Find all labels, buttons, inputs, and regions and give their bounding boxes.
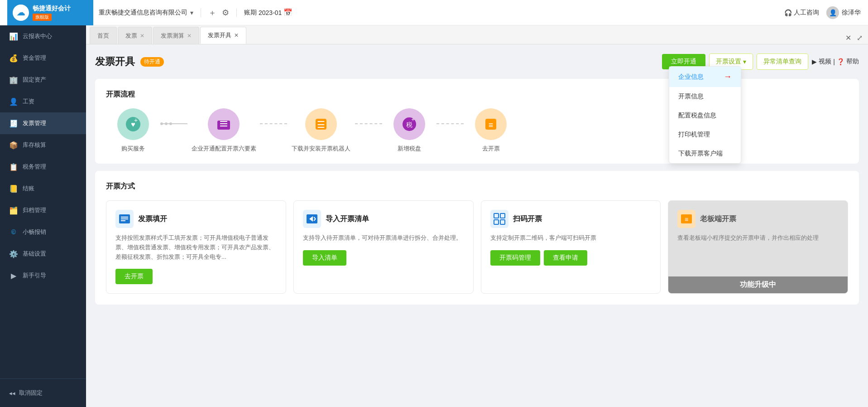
dropdown-item-taxdisk[interactable]: 配置税盘信息 xyxy=(669,106,741,125)
sep: | xyxy=(833,58,835,65)
method-card-fill: 发票填开 支持按照发票样式手工填开发票；可开具增值税电子普通发票、增值税普通发票… xyxy=(106,200,286,294)
guidang-icon: 🗂️ xyxy=(9,206,18,215)
sidebar-label-guidang: 归档管理 xyxy=(23,206,46,214)
headphone-icon: 🎧 xyxy=(784,9,792,16)
sidebar-item-kucun[interactable]: 📦 库存核算 xyxy=(0,134,86,156)
tab-home[interactable]: 首页 xyxy=(90,27,117,44)
boss-desc: 查看老板端小程序提交的开票申请，并作出相应的处理 xyxy=(677,233,839,243)
cancel-pin-label: 取消固定 xyxy=(19,389,43,397)
sidebar-item-xinshou[interactable]: ▶ 新手引导 xyxy=(0,265,86,286)
tabs-right-buttons: ✕ ⤢ xyxy=(844,32,868,44)
pin-icon: ◂◂ xyxy=(9,390,15,397)
tab-kaiju-close[interactable]: ✕ xyxy=(234,32,239,39)
jichu-icon: ⚙️ xyxy=(9,249,18,258)
sidebar-label-zijin: 资金管理 xyxy=(23,54,46,62)
period-value: 2023-01 xyxy=(259,9,282,16)
flow-step-4: 税+ 新增税盘 xyxy=(382,108,436,153)
kucun-icon: 📦 xyxy=(9,141,18,150)
download-label: 下载开票客户端 xyxy=(678,150,723,157)
tab-cesuan[interactable]: 发票测算 ✕ xyxy=(153,27,199,44)
consult-button[interactable]: 🎧 人工咨询 xyxy=(784,9,819,17)
sidebar-item-fapiao[interactable]: 🧾 发票管理 xyxy=(0,112,86,134)
scan-btn1[interactable]: 开票码管理 xyxy=(490,250,540,266)
step2-icon xyxy=(208,108,240,140)
import-header: 导入开票清单 xyxy=(303,210,464,228)
scan-title: 扫码开票 xyxy=(513,214,542,224)
svg-rect-23 xyxy=(500,213,505,218)
dropdown-arrow: ▾ xyxy=(743,58,746,65)
gongzi-icon: 👤 xyxy=(9,97,18,106)
dropdown-item-download[interactable]: 下载开票客户端 xyxy=(669,144,741,163)
sidebar-item-jiezhang[interactable]: 📒 结账 xyxy=(0,178,86,199)
top-bar: ☁ 畅捷通好会计 旗舰版 重庆畅捷交通信息咨询有限公司 ▾ ＋ ⚙ 账期 202… xyxy=(0,0,868,25)
step1-icon: ♥+ xyxy=(117,108,149,140)
abnormal-button[interactable]: 异常清单查询 xyxy=(757,53,808,70)
boss-title: 老板端开票 xyxy=(700,214,736,224)
company-name: 重庆畅捷交通信息咨询有限公司 xyxy=(99,9,187,17)
tab-fapiao-close[interactable]: ✕ xyxy=(140,33,144,39)
dropdown-item-invoice-info[interactable]: 开票信息 xyxy=(669,87,741,106)
tab-cesuan-close[interactable]: ✕ xyxy=(187,33,192,39)
sidebar-cancel-pin[interactable]: ◂◂ 取消固定 xyxy=(0,383,86,402)
connector-1 xyxy=(160,123,187,124)
company-selector[interactable]: 重庆畅捷交通信息咨询有限公司 ▾ xyxy=(99,9,193,17)
svg-rect-24 xyxy=(494,220,499,224)
dropdown-item-printer[interactable]: 打印机管理 xyxy=(669,125,741,144)
tabs-bar: 首页 发票 ✕ 发票测算 ✕ 发票开具 ✕ ✕ ⤢ xyxy=(86,25,868,44)
page-title: 发票开具 xyxy=(95,55,135,68)
sidebar-item-gudingzichan[interactable]: 🏢 固定资产 xyxy=(0,69,86,91)
method-card-import: 导入开票清单 支持导入待开票清单，可对待开票清单进行拆分、合并处理。 导入清单 xyxy=(293,200,474,294)
user-avatar: 👤 xyxy=(826,6,839,19)
sidebar-item-yunbao[interactable]: 📊 云报表中心 xyxy=(0,25,86,47)
help-label: 帮助 xyxy=(846,58,859,66)
tab-kaiju[interactable]: 发票开具 ✕ xyxy=(200,27,246,44)
logo-text-block: 畅捷通好会计 旗舰版 xyxy=(33,5,71,21)
sidebar-item-guidang[interactable]: 🗂️ 归档管理 xyxy=(0,199,86,221)
play-icon: ▶ xyxy=(812,58,817,65)
status-badge: 待开通 xyxy=(140,57,164,67)
fill-title: 发票填开 xyxy=(138,214,167,224)
scan-icon xyxy=(490,210,508,228)
sidebar-item-gongzi[interactable]: 👤 工资 xyxy=(0,91,86,112)
sidebar-item-jichu[interactable]: ⚙️ 基础设置 xyxy=(0,243,86,265)
tab-expand-button[interactable]: ⤢ xyxy=(855,32,864,44)
step5-icon: ≡ xyxy=(475,108,507,140)
fill-btn[interactable]: 去开票 xyxy=(115,269,153,284)
sidebar-label-xiaochang: 小畅报销 xyxy=(23,228,46,236)
connector-3 xyxy=(355,123,382,124)
boss-header: ≡ 老板端开票 xyxy=(677,210,839,228)
step4-icon: 税+ xyxy=(393,108,425,140)
settings-button[interactable]: ⚙ xyxy=(222,8,229,18)
divider-2 xyxy=(236,8,237,17)
content-area: 首页 发票 ✕ 发票测算 ✕ 发票开具 ✕ ✕ ⤢ xyxy=(86,25,868,407)
dropdown-item-company-info[interactable]: 企业信息 → xyxy=(669,67,741,87)
tab-fapiao[interactable]: 发票 ✕ xyxy=(118,27,152,44)
tab-close-button[interactable]: ✕ xyxy=(844,32,853,44)
scan-btn2[interactable]: 查看申请 xyxy=(544,250,587,266)
flow-section: 开票流程 ♥+ 购买服务 xyxy=(95,79,859,164)
connector-4 xyxy=(436,123,464,124)
user-info[interactable]: 👤 徐泽华 xyxy=(826,6,861,19)
boss-icon: ≡ xyxy=(677,210,695,228)
svg-text:≡: ≡ xyxy=(685,216,688,223)
sidebar-item-xiaochang[interactable]: © 小畅报销 xyxy=(0,221,86,243)
logo-icon: ☁ xyxy=(13,5,29,21)
sidebar-label-fapiao: 发票管理 xyxy=(23,119,46,127)
flow-step-3: ☰ 下载并安装开票机器人 xyxy=(287,108,355,153)
scan-desc: 支持定制开票二维码，客户端可扫码开票 xyxy=(490,233,652,243)
add-company-button[interactable]: ＋ xyxy=(208,7,216,18)
video-button[interactable]: ▶ 视频 | ❓ 帮助 xyxy=(812,58,859,66)
import-btn[interactable]: 导入清单 xyxy=(303,250,346,266)
company-dropdown-arrow: ▾ xyxy=(190,9,193,16)
method-card-scan: 扫码开票 支持定制开票二维码，客户端可扫码开票 开票码管理 查看申请 xyxy=(481,200,661,294)
methods-title: 开票方式 xyxy=(106,182,848,191)
sidebar-item-zijin[interactable]: 💰 资金管理 xyxy=(0,47,86,69)
tab-kaiju-label: 发票开具 xyxy=(208,31,231,39)
jiezhang-icon: 📒 xyxy=(9,184,18,193)
dropdown-menu: 企业信息 → 开票信息 配置税盘信息 打印机管理 下载开票客户端 xyxy=(669,66,741,164)
import-icon xyxy=(303,210,321,228)
logo-symbol: ☁ xyxy=(17,8,25,18)
import-desc: 支持导入待开票清单，可对待开票清单进行拆分、合并处理。 xyxy=(303,233,464,243)
calendar-icon[interactable]: 📅 xyxy=(283,8,293,17)
sidebar-item-shuiwu[interactable]: 📋 税务管理 xyxy=(0,156,86,178)
